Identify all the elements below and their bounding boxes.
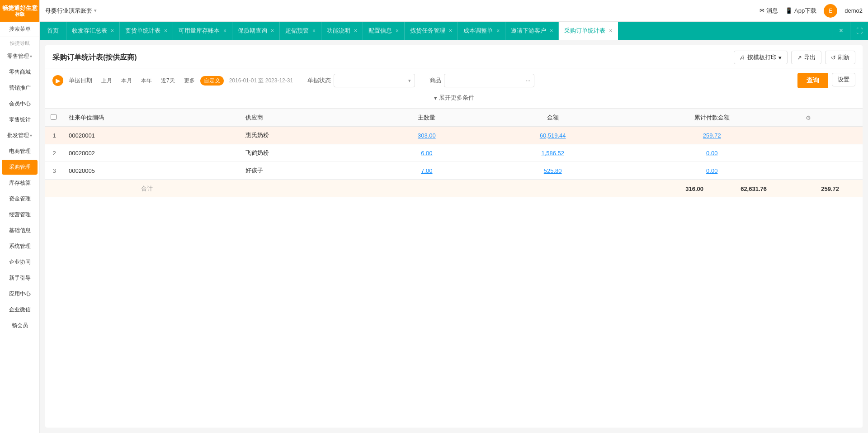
tab-available-stock[interactable]: 可用量库存账本 × [173, 22, 232, 40]
sidebar-item-vip[interactable]: 畅会员 [2, 318, 38, 333]
shortcut-7days[interactable]: 近7天 [157, 76, 179, 86]
sidebar-item-system[interactable]: 系统管理 [2, 239, 38, 254]
sidebar-item-retail-stats[interactable]: 零售统计 [2, 112, 38, 127]
tab-home[interactable]: 首页 [40, 22, 66, 40]
tab-picking-task[interactable]: 拣货任务管理 × [405, 22, 458, 40]
footer-qty: 316.00 [649, 186, 703, 192]
sidebar-item-wholesale-management[interactable]: 批发管理 ▾ [2, 128, 38, 143]
sidebar-item-inventory[interactable]: 库存核算 [2, 176, 38, 190]
status-select[interactable]: ▾ [334, 74, 415, 87]
sidebar-item-purchase-management[interactable]: 采购管理 [2, 160, 38, 175]
close-icon[interactable]: × [449, 28, 452, 34]
shortcut-last-month[interactable]: 上月 [98, 76, 116, 86]
expand-tabs-button[interactable]: ⛶ [850, 22, 868, 40]
row-supplier: 惠氏奶粉 [240, 127, 372, 144]
export-button[interactable]: ↗ 导出 [791, 51, 821, 64]
refresh-icon: ↺ [831, 54, 836, 61]
page-card: 采购订单统计表(按供应商) 🖨 按模板打印 ▾ ↗ 导出 ↺ 刷新 [45, 45, 863, 428]
sidebar-item-retail-shop[interactable]: 零售商城 [2, 65, 38, 80]
col-paid: 累计付款金额 [623, 109, 800, 127]
sidebar-item-ecommerce[interactable]: 电商管理 [2, 144, 38, 159]
chevron-down-icon: ▾ [30, 133, 32, 138]
sidebar-item-operation[interactable]: 经营管理 [2, 207, 38, 222]
sidebar-item-base-info[interactable]: 基础信息 [2, 223, 38, 238]
top-bar-right: ✉ 消息 📱 App下载 E demo2 [760, 4, 863, 18]
chevron-down-icon: ▾ [408, 78, 411, 84]
select-all-checkbox[interactable] [51, 114, 57, 120]
row-qty: 303.00 [372, 127, 482, 144]
close-icon[interactable]: × [164, 28, 167, 34]
logo-text: 畅捷通好生意 [2, 5, 38, 12]
goods-input[interactable]: ··· [444, 74, 534, 87]
data-table: 往来单位编码 供应商 主数量 金额 累计付款金额 ⚙ 1 00020001 [45, 109, 863, 180]
tab-purchase-order-stats[interactable]: 采购订单统计表 × [559, 22, 618, 40]
row-unit-code: 00020005 [63, 162, 240, 180]
sidebar-item-member-center[interactable]: 会员中心 [2, 96, 38, 111]
sidebar-search[interactable]: 搜索菜单 [0, 22, 39, 37]
settings-button[interactable]: 设置 [832, 73, 855, 86]
shortcut-custom[interactable]: 自定义 [200, 76, 224, 86]
tab-cost-adjust[interactable]: 成本调整单 × [458, 22, 505, 40]
tab-bar-right: × ⛶ [832, 22, 868, 40]
table-header-row: 往来单位编码 供应商 主数量 金额 累计付款金额 ⚙ [45, 109, 863, 127]
close-all-tabs-button[interactable]: × [832, 22, 850, 40]
message-icon: ✉ [760, 7, 764, 14]
sidebar-item-enterprise[interactable]: 企业协同 [2, 255, 38, 270]
row-index: 1 [45, 127, 63, 144]
status-filter: 单据状态 ▾ [307, 74, 415, 87]
row-amount: 1,586.52 [482, 144, 623, 162]
row-amount: 60,519.44 [482, 127, 623, 144]
shortcut-this-month[interactable]: 本月 [118, 76, 136, 86]
workspace-title[interactable]: 母婴行业演示账套 ▾ [45, 7, 97, 15]
close-icon[interactable]: × [396, 28, 399, 34]
tab-overstock[interactable]: 超储预警 × [280, 22, 321, 40]
tab-config-info[interactable]: 配置信息 × [363, 22, 405, 40]
username[interactable]: demo2 [844, 7, 863, 14]
row-supplier: 好孩子 [240, 162, 372, 180]
shortcut-more[interactable]: 更多 [180, 76, 198, 86]
close-icon[interactable]: × [609, 28, 612, 34]
close-icon[interactable]: × [312, 28, 316, 34]
sidebar-item-enterprise-wechat[interactable]: 企业微信 [2, 302, 38, 317]
tab-warranty[interactable]: 保质期查询 × [232, 22, 280, 40]
tab-order-stats[interactable]: 要货单统计表 × [120, 22, 173, 40]
sidebar-item-new-guide[interactable]: 新手引导 [2, 271, 38, 285]
print-template-button[interactable]: 🖨 按模板打印 ▾ [734, 51, 788, 64]
sidebar-item-marketing[interactable]: 营销推广 [2, 81, 38, 95]
close-icon[interactable]: × [271, 28, 274, 34]
table-footer: 合计 316.00 62,631.76 259.72 [45, 180, 863, 197]
sidebar-item-app-center[interactable]: 应用中心 [2, 286, 38, 301]
row-unit-code: 00020001 [63, 127, 240, 144]
app-download-button[interactable]: 📱 App下载 [785, 7, 816, 15]
sidebar-item-retail-management[interactable]: 零售管理 ▾ [2, 49, 38, 64]
row-unit-code: 00020002 [63, 144, 240, 162]
shortcut-this-year[interactable]: 本年 [137, 76, 156, 86]
filter-toggle-button[interactable]: ▶ [52, 75, 63, 86]
refresh-button[interactable]: ↺ 刷新 [825, 51, 855, 64]
tab-receive-pay[interactable]: 收发存汇总表 × [66, 22, 120, 40]
tab-func-desc[interactable]: 功能说明 × [321, 22, 363, 40]
row-actions [800, 162, 863, 180]
close-icon[interactable]: × [354, 28, 357, 34]
row-actions [800, 127, 863, 144]
workspace-dropdown-icon: ▾ [94, 8, 97, 14]
query-button[interactable]: 查询 [797, 73, 828, 88]
goods-filter: 商品 ··· [429, 74, 534, 87]
row-index: 2 [45, 144, 63, 162]
chevron-down-icon: ▾ [778, 54, 782, 61]
tab-invite-downstream[interactable]: 邀请下游客户 × [505, 22, 559, 40]
close-icon[interactable]: × [111, 28, 114, 34]
expand-more-button[interactable]: ▾ 展开更多条件 [52, 92, 855, 104]
expand-label: 展开更多条件 [439, 94, 474, 102]
avatar[interactable]: E [824, 4, 837, 18]
print-icon: 🖨 [740, 54, 745, 61]
status-label: 单据状态 [307, 76, 331, 85]
sidebar-item-finance[interactable]: 资金管理 [2, 191, 38, 206]
phone-icon: 📱 [785, 7, 793, 14]
close-icon[interactable]: × [223, 28, 226, 34]
settings-icon[interactable]: ⚙ [806, 114, 811, 121]
close-icon[interactable]: × [550, 28, 553, 34]
message-button[interactable]: ✉ 消息 [760, 7, 778, 15]
close-icon[interactable]: × [496, 28, 500, 34]
row-paid: 0.00 [623, 144, 800, 162]
